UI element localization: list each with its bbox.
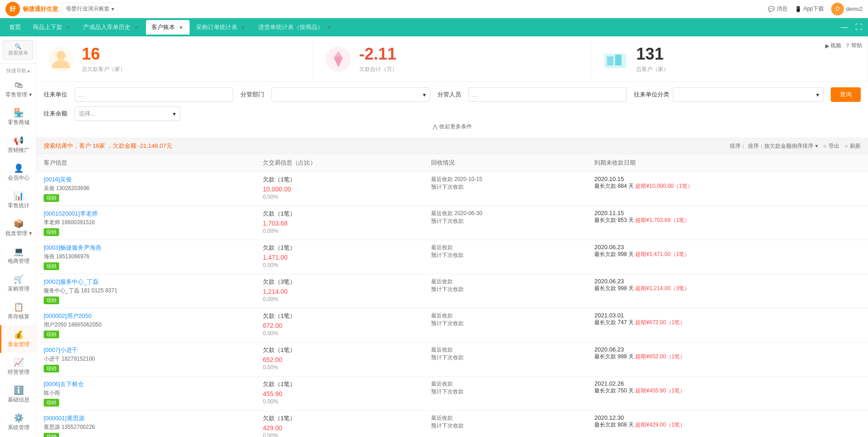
next-collection: 预计下次收款 xyxy=(431,422,580,430)
tab-minimize-icon[interactable]: — xyxy=(839,21,850,33)
debt-amount[interactable]: 10,000.00 xyxy=(263,186,416,193)
export-button[interactable]: ○ 导出 xyxy=(823,142,839,150)
debt-amount[interactable]: 652.00 xyxy=(263,356,416,363)
tab-product-status[interactable]: 商品上下架 ✕ xyxy=(27,20,77,35)
customer-name-link[interactable]: [000002]用户2050 xyxy=(44,312,248,320)
query-button[interactable]: 查询 xyxy=(831,87,861,102)
tab-customer-account[interactable]: 客户账本 ✕ xyxy=(146,20,190,35)
collapse-filter-button[interactable]: ⋀ 收起更多条件 xyxy=(44,121,861,132)
tab-product-status-close[interactable]: ✕ xyxy=(65,24,71,30)
tab-production-history-label: 产成品入库单历史 xyxy=(83,23,130,31)
overdue-amount-link[interactable]: 超期¥672.00（1笔） xyxy=(635,319,685,326)
remaining-select[interactable]: 选择... ▾ xyxy=(75,106,180,121)
debt-customers-icon xyxy=(47,45,75,73)
dept-label: 分管部门 xyxy=(241,90,268,99)
customer-name-link[interactable]: [0002]服务中心_丁磊 xyxy=(44,278,248,286)
user-avatar-button[interactable]: D demo2 xyxy=(831,3,863,15)
debt-label: 欠款（1笔） xyxy=(263,176,416,184)
manager-input[interactable]: ... xyxy=(468,87,627,102)
sidebar-item-batch-mgmt[interactable]: 📦 批发管理 ▾ xyxy=(0,214,36,242)
overdue-days: 最长欠款 853 天 超期¥1,703.68（1笔） xyxy=(594,216,861,224)
retail-stats-icon: 📊 xyxy=(4,191,33,201)
sidebar-item-basic-info[interactable]: ℹ️ 基础信息 xyxy=(0,381,36,408)
search-menu-button[interactable]: 🔍 搜索菜单 xyxy=(3,40,33,60)
filter-area: 往来单位 ... 分管部门 ▾ 分管人员 ... xyxy=(36,82,868,138)
due-date: 2020.06.23 xyxy=(594,346,861,353)
debt-amount[interactable]: 1,703.68 xyxy=(263,220,416,227)
customer-name-link[interactable]: [000001]黄思源 xyxy=(44,414,248,422)
results-debt-prefix: ，欠款金额 xyxy=(107,142,136,149)
due-date-cell: 2020.06.23 最长欠款 998 天 超期¥1,471.00（1笔） xyxy=(587,240,868,274)
overdue-amount-link[interactable]: 超期¥1,703.68（1笔） xyxy=(635,217,690,223)
tab-purchase-order-stats[interactable]: 采购订单统计表 ✕ xyxy=(191,20,252,35)
marketing-icon: 📢 xyxy=(4,136,33,146)
sidebar-item-ecommerce[interactable]: 💻 电商管理 xyxy=(0,242,36,270)
collection-cell: 最近收款 预计下次收款 xyxy=(424,342,587,377)
sidebar-item-member[interactable]: 👤 会员中心 xyxy=(0,159,36,186)
debt-info-cell: 欠款（3笔） 1,214.00 0.00% xyxy=(256,274,424,308)
sidebar-item-retail-stats[interactable]: 📊 零售统计 xyxy=(0,186,36,214)
help-button[interactable]: ？ 帮助 xyxy=(845,42,862,50)
debt-amount[interactable]: 1,214.00 xyxy=(263,288,416,295)
refresh-button[interactable]: ○ 刷新 xyxy=(845,142,861,150)
sidebar-item-finance[interactable]: 💰 资金管理 xyxy=(0,325,36,353)
tab-home[interactable]: 首页 xyxy=(4,20,26,35)
tab-purchase-stats[interactable]: 进货单统计表（按商品） ✕ xyxy=(253,20,338,35)
store-selector[interactable]: 母婴行业演示账套 ▾ xyxy=(62,3,118,15)
overdue-amount-link[interactable]: 超期¥10,000.00（1笔） xyxy=(635,183,693,189)
collection-cell: 最近收款 预计下次收款 xyxy=(424,377,587,411)
source-unit-input[interactable]: ... xyxy=(75,87,233,102)
total-customers-label: 总客户（家） xyxy=(636,65,669,73)
overdue-amount-link[interactable]: 超期¥652.00（1笔） xyxy=(635,353,685,360)
tab-maximize-icon[interactable]: ⛶ xyxy=(853,21,864,33)
sidebar-item-retail-mall[interactable]: 🏪 零售商城 xyxy=(0,103,36,131)
app-download-button[interactable]: 📱 App下载 xyxy=(795,5,824,13)
customer-name-link[interactable]: [0003]畅捷服务尹海燕 xyxy=(44,244,248,252)
customer-contact: 服务中心_丁磊 181 0125 8371 xyxy=(44,287,248,295)
system-icon: ⚙️ xyxy=(4,413,33,423)
tab-production-history[interactable]: 产成品入库单历史 ✕ xyxy=(78,20,145,35)
manager-label: 分管人员 xyxy=(437,90,465,99)
debt-percent: 0.00% xyxy=(263,228,416,234)
top-bar-right: 💬 消息 📱 App下载 D demo2 xyxy=(768,3,863,15)
debt-amount[interactable]: 429.00 xyxy=(263,424,416,432)
overdue-amount-link[interactable]: 超期¥429.00（1笔） xyxy=(635,422,685,428)
message-button[interactable]: 💬 消息 xyxy=(768,5,788,13)
tab-purchase-order-stats-close[interactable]: ✕ xyxy=(240,24,246,30)
customer-tag: 现销 xyxy=(44,228,59,236)
tab-purchase-stats-close[interactable]: ✕ xyxy=(326,24,332,30)
sidebar-item-purchase[interactable]: 🛒 采购管理 xyxy=(0,270,36,297)
sidebar-item-system[interactable]: ⚙️ 系统管理 xyxy=(0,408,36,436)
table-row: [0006]去下粮仓 陈小雨 现销 欠款（1笔） 455.90 0.00% 最近… xyxy=(36,377,868,411)
customer-name-link[interactable]: [0001020001]李老师 xyxy=(44,210,248,218)
tab-purchase-order-stats-label: 采购订单统计表 xyxy=(196,23,237,31)
due-date: 2021.02.26 xyxy=(594,380,861,387)
collection-cell: 最近收款 2020-10-15 预计下次收款 xyxy=(424,172,587,206)
customer-name-link[interactable]: [0007]小进千 xyxy=(44,346,248,354)
customer-name-link[interactable]: [0016]吴俊 xyxy=(44,176,248,184)
sidebar-item-inventory[interactable]: 📋 库存核算 xyxy=(0,297,36,325)
customer-info-cell: [000001]黄思源 黄思源 13552700226 现销 xyxy=(36,411,256,437)
overdue-amount-link[interactable]: 超期¥455.90（1笔） xyxy=(635,387,685,394)
tab-production-history-close[interactable]: ✕ xyxy=(133,24,140,30)
remaining-arrow-icon: ▾ xyxy=(173,111,176,117)
stat-card-debt-customers: 16 总欠款客户（家） xyxy=(36,36,314,81)
sidebar-item-retail-mgmt[interactable]: 🛍 零售管理 ▾ xyxy=(0,76,36,103)
unit-category-select[interactable]: ▾ xyxy=(673,87,823,102)
overdue-amount-link[interactable]: 超期¥1,471.00（1笔） xyxy=(635,251,690,257)
customer-name-link[interactable]: [0006]去下粮仓 xyxy=(44,380,248,388)
sidebar-item-ops[interactable]: 📈 经营管理 xyxy=(0,353,36,381)
video-button[interactable]: ▶ 视频 xyxy=(825,42,841,50)
results-customer-count: 16家 xyxy=(93,142,105,149)
sidebar-item-marketing[interactable]: 📢 营销推广 xyxy=(0,131,36,159)
quick-nav-label[interactable]: 快捷导航 ▴ xyxy=(0,64,36,76)
next-collection: 预计下次收款 xyxy=(431,354,580,362)
overdue-amount-link[interactable]: 超期¥1,214.00（3笔） xyxy=(635,285,690,291)
dept-select[interactable]: ▾ xyxy=(271,87,430,102)
tab-customer-account-close[interactable]: ✕ xyxy=(178,24,184,30)
debt-amount[interactable]: 455.90 xyxy=(263,390,416,397)
debt-amount[interactable]: 672.00 xyxy=(263,322,416,329)
stat-info-debt-customers: 16 总欠款客户（家） xyxy=(82,45,125,73)
sort-button[interactable]: 排序： 排序：按欠款金额倒序排序 ▾ xyxy=(730,142,818,150)
debt-amount[interactable]: 1,471.00 xyxy=(263,254,416,261)
